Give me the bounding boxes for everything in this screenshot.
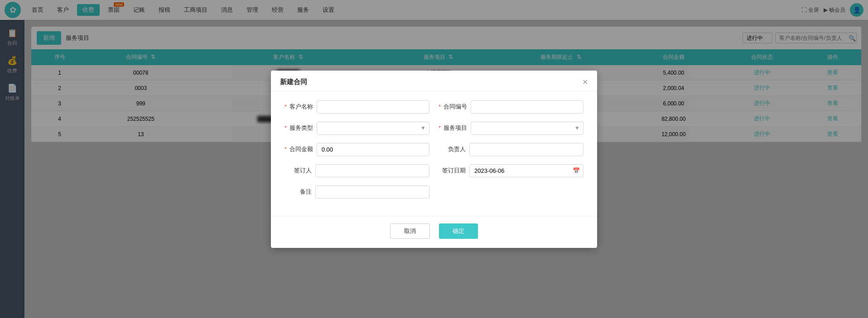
form-row-3: * 合同金额 负责人 bbox=[285, 143, 583, 156]
modal-overlay: 新建合同 ✕ * 客户名称 bbox=[24, 20, 868, 318]
service-type-select[interactable] bbox=[317, 122, 429, 135]
modal-close-button[interactable]: ✕ bbox=[582, 78, 588, 86]
sign-date-label: 签订日期 bbox=[439, 166, 466, 175]
remark-input[interactable] bbox=[315, 185, 429, 199]
field-service-item: * 服务项目 ▼ bbox=[439, 122, 583, 135]
field-sign-date: 签订日期 📅 bbox=[439, 164, 583, 177]
owner-input[interactable] bbox=[469, 143, 583, 156]
service-item-label: * 服务项目 bbox=[439, 124, 467, 132]
modal-footer: 取消 确定 bbox=[271, 216, 597, 248]
sign-date-input[interactable] bbox=[469, 164, 583, 177]
customer-name-input[interactable] bbox=[317, 100, 429, 114]
field-owner: 负责人 bbox=[439, 143, 583, 156]
field-service-type: * 服务类型 ▼ bbox=[285, 122, 429, 135]
form-row-2: * 服务类型 ▼ * bbox=[285, 122, 583, 135]
field-remark: 备注 bbox=[285, 185, 429, 199]
amount-label: * 合同金额 bbox=[285, 145, 313, 153]
service-type-select-wrapper: ▼ bbox=[317, 122, 429, 135]
service-item-select-wrapper: ▼ bbox=[471, 122, 583, 135]
signer-input[interactable] bbox=[315, 164, 429, 177]
remark-label: 备注 bbox=[285, 188, 312, 196]
form-row-5: 备注 bbox=[285, 185, 583, 199]
main-layout: 📋 合同 💰 收费 📄 对账单 新增 服务项目 进行中 已结束 bbox=[0, 20, 868, 318]
sign-date-wrapper: 📅 bbox=[469, 164, 583, 177]
modal-header: 新建合同 ✕ bbox=[271, 71, 597, 91]
modal-body: * 客户名称 * 合同编号 bbox=[271, 91, 597, 216]
contract-no-label: * 合同编号 bbox=[439, 103, 467, 111]
content-area: 新增 服务项目 进行中 已结束 全部 🔍 bbox=[24, 20, 868, 318]
field-signer: 签订人 bbox=[285, 164, 429, 177]
modal-title: 新建合同 bbox=[280, 78, 307, 86]
form-row-1: * 客户名称 * 合同编号 bbox=[285, 100, 583, 114]
field-customer-name: * 客户名称 bbox=[285, 100, 429, 114]
field-contract-no: * 合同编号 bbox=[439, 100, 583, 114]
cancel-button[interactable]: 取消 bbox=[390, 223, 430, 239]
customer-name-label: * 客户名称 bbox=[285, 103, 313, 111]
confirm-button[interactable]: 确定 bbox=[439, 223, 478, 239]
signer-label: 签订人 bbox=[285, 166, 312, 175]
amount-input[interactable] bbox=[317, 143, 429, 156]
contract-no-input[interactable] bbox=[471, 100, 583, 114]
field-amount: * 合同金额 bbox=[285, 143, 429, 156]
new-contract-modal: 新建合同 ✕ * 客户名称 bbox=[271, 71, 597, 248]
service-item-select[interactable] bbox=[471, 122, 583, 135]
owner-label: 负责人 bbox=[439, 145, 466, 153]
form-row-4: 签订人 签订日期 📅 bbox=[285, 164, 583, 177]
service-type-label: * 服务类型 bbox=[285, 124, 313, 132]
